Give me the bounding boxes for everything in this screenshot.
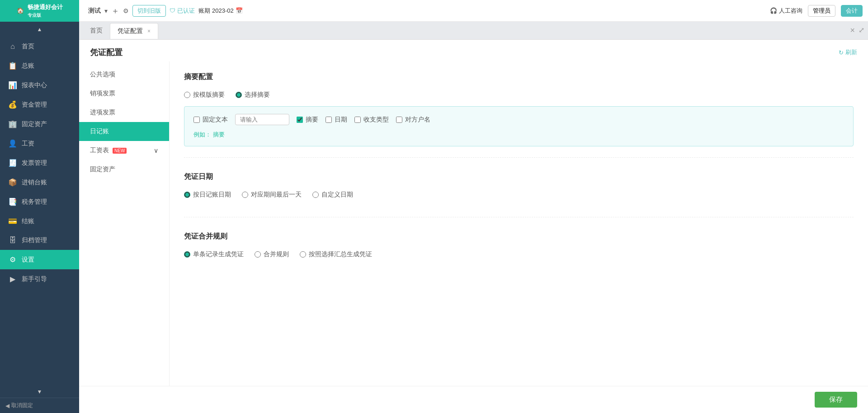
summary-radio-select[interactable]: 选择摘要 (236, 91, 270, 99)
summary-section-title: 摘要配置 (184, 72, 854, 82)
cancel-fixed-button[interactable]: ◀ 取消固定 (0, 398, 79, 413)
merge-radio-rule[interactable]: 合并规则 (255, 250, 289, 258)
merge-radio-group: 单条记录生成凭证 合并规则 按照选择汇总生成凭证 (184, 250, 854, 258)
select-merge-radio[interactable] (300, 251, 306, 258)
merge-rule-radio[interactable] (255, 251, 261, 258)
settings-icon[interactable]: ⚙ (123, 7, 129, 14)
company-name: 测试 (88, 7, 101, 15)
sales-icon: 📦 (8, 178, 17, 187)
tab-close-icon[interactable]: × (147, 28, 151, 34)
page-title-bar: 凭证配置 ↻ 刷新 (79, 40, 868, 61)
fixed-text-checkbox-label[interactable]: 固定文本 (193, 116, 228, 124)
tab-bar: 首页 凭证配置 × × ⤢ (79, 22, 868, 40)
sidebar-item-label: 设置 (22, 256, 34, 264)
top-header: 🏠 畅捷通好会计 专业版 测试 ▾ ＋ ⚙ 切到旧版 🛡 已认证 账期 2023… (0, 0, 868, 22)
save-button[interactable]: 保存 (815, 392, 857, 408)
income-type-checkbox[interactable] (354, 117, 361, 123)
calendar-icon[interactable]: 📅 (236, 7, 243, 14)
sidebar-item-label: 新手引导 (22, 275, 47, 283)
summary-radio-template[interactable]: 按模版摘要 (184, 91, 225, 99)
tab-config[interactable]: 凭证配置 × (110, 23, 158, 39)
left-nav-purchase-invoice[interactable]: 进项发票 (79, 103, 169, 122)
sidebar-item-fixed-assets[interactable]: 🏢 固定资产 (0, 114, 79, 134)
capital-icon: 💰 (8, 100, 17, 109)
date-radio-custom[interactable]: 自定义日期 (312, 191, 353, 199)
summary-config-section: 摘要配置 按模版摘要 选择摘要 (184, 72, 854, 158)
sidebar-item-invoice[interactable]: 🧾 发票管理 (0, 153, 79, 173)
sidebar-item-settlement[interactable]: 💳 结账 (0, 211, 79, 231)
settings-nav-icon: ⚙ (8, 255, 17, 264)
left-nav-sales-invoice[interactable]: 销项发票 (79, 84, 169, 103)
period-info: 账期 2023-02 📅 (198, 7, 243, 15)
sidebar-item-label: 总账 (22, 62, 34, 70)
tab-home[interactable]: 首页 (83, 23, 110, 38)
tax-icon: 📑 (8, 197, 17, 206)
sidebar-item-payroll[interactable]: 👤 工资 (0, 134, 79, 153)
summary-checkbox-row: 固定文本 摘要 日期 (193, 114, 844, 125)
sidebar-item-capital[interactable]: 💰 资金管理 (0, 95, 79, 114)
custom-date-radio[interactable] (312, 192, 319, 198)
close-window-icon[interactable]: × (850, 26, 855, 35)
summary-config-box: 固定文本 摘要 日期 (184, 106, 854, 146)
date-radio-journal[interactable]: 按日记账日期 (184, 191, 231, 199)
invoice-icon: 🧾 (8, 159, 17, 167)
select-radio-input[interactable] (236, 92, 242, 98)
fixed-text-input[interactable] (235, 114, 289, 125)
merge-radio-select[interactable]: 按照选择汇总生成凭证 (300, 250, 372, 258)
income-type-checkbox-label[interactable]: 收支类型 (354, 116, 389, 124)
summary-checkbox-label[interactable]: 摘要 (297, 116, 318, 124)
new-badge: NEW (113, 148, 127, 154)
left-nav-public[interactable]: 公共选项 (79, 65, 169, 84)
fixed-text-checkbox[interactable] (193, 117, 200, 123)
journal-date-radio[interactable] (184, 192, 190, 198)
sidebar-item-settings[interactable]: ⚙ 设置 (0, 250, 79, 269)
sidebar-item-ledger[interactable]: 📋 总账 (0, 56, 79, 75)
switch-old-version-button[interactable]: 切到旧版 (132, 5, 166, 17)
date-checkbox[interactable] (326, 117, 332, 123)
date-section-title: 凭证日期 (184, 172, 854, 182)
sidebar-scroll-down[interactable]: ▼ (0, 386, 79, 398)
date-radio-last-day[interactable]: 对应期间最后一天 (242, 191, 302, 199)
refresh-button[interactable]: ↻ 刷新 (839, 48, 857, 56)
sidebar-item-guide[interactable]: ▶ 新手引导 (0, 269, 79, 289)
right-content: 摘要配置 按模版摘要 选择摘要 (170, 61, 868, 386)
bottom-bar: 保存 (79, 386, 868, 413)
expand-icon[interactable]: ⤢ (859, 26, 864, 35)
sidebar-item-tax[interactable]: 📑 税务管理 (0, 192, 79, 211)
left-nav-fixed-assets[interactable]: 固定资产 (79, 160, 169, 179)
settlement-icon: 💳 (8, 217, 17, 225)
report-icon: 📊 (8, 81, 17, 89)
main-layout: ▲ ⌂ 首页 📋 总账 📊 报表中心 💰 资金管理 🏢 固定资产 (0, 22, 868, 413)
sidebar-item-archive[interactable]: 🗄 归档管理 (0, 231, 79, 250)
admin-button[interactable]: 管理员 (808, 5, 835, 17)
sidebar-items: ⌂ 首页 📋 总账 📊 报表中心 💰 资金管理 🏢 固定资产 👤 工资 (0, 35, 79, 386)
date-checkbox-label[interactable]: 日期 (326, 116, 347, 124)
accountant-button[interactable]: 会计 (841, 5, 863, 17)
consult-button[interactable]: 🎧 人工咨询 (770, 7, 802, 15)
fixed-assets-icon: 🏢 (8, 120, 17, 128)
template-radio-input[interactable] (184, 92, 190, 98)
payroll-icon: 👤 (8, 139, 17, 148)
app-logo: 🏠 畅捷通好会计 专业版 (0, 0, 79, 22)
sidebar-item-report[interactable]: 📊 报表中心 (0, 75, 79, 95)
summary-checkbox[interactable] (297, 117, 303, 123)
merge-config-section: 凭证合并规则 单条记录生成凭证 合并规则 (184, 232, 854, 277)
merge-section-title: 凭证合并规则 (184, 232, 854, 241)
left-nav-payroll-table[interactable]: 工资表 NEW ∨ (79, 141, 169, 160)
single-record-radio[interactable] (184, 251, 190, 258)
page-content: 凭证配置 ↻ 刷新 公共选项 销项发票 进项发票 (79, 40, 868, 386)
logo-icon: 🏠 (17, 7, 24, 14)
last-day-radio[interactable] (242, 192, 248, 198)
sidebar-item-home[interactable]: ⌂ 首页 (0, 37, 79, 56)
sidebar-item-sales[interactable]: 📦 进销台账 (0, 173, 79, 192)
company-dropdown-icon[interactable]: ▾ (104, 7, 108, 14)
pin-icon: ◀ (5, 403, 9, 409)
add-company-icon[interactable]: ＋ (111, 5, 119, 16)
left-nav-journal[interactable]: 日记账 (79, 122, 169, 141)
counterpart-checkbox[interactable] (396, 117, 402, 123)
page-title: 凭证配置 (90, 47, 123, 58)
merge-radio-single[interactable]: 单条记录生成凭证 (184, 250, 244, 258)
left-nav: 公共选项 销项发票 进项发票 日记账 工资表 NEW ∨ (79, 61, 170, 386)
counterpart-checkbox-label[interactable]: 对方户名 (396, 116, 430, 124)
sidebar-scroll-up[interactable]: ▲ (0, 23, 79, 35)
